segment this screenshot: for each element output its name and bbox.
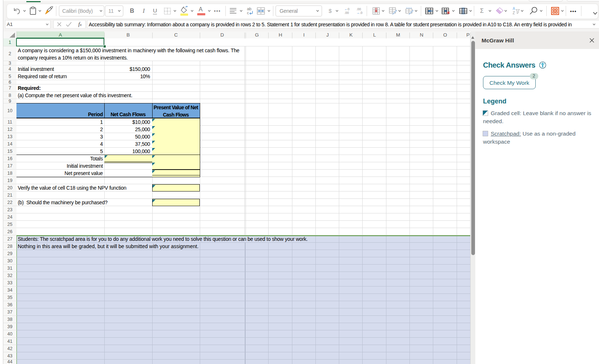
svg-text:A: A: [513, 7, 515, 11]
svg-text:Z: Z: [513, 11, 515, 15]
svg-text:c: c: [247, 11, 249, 15]
